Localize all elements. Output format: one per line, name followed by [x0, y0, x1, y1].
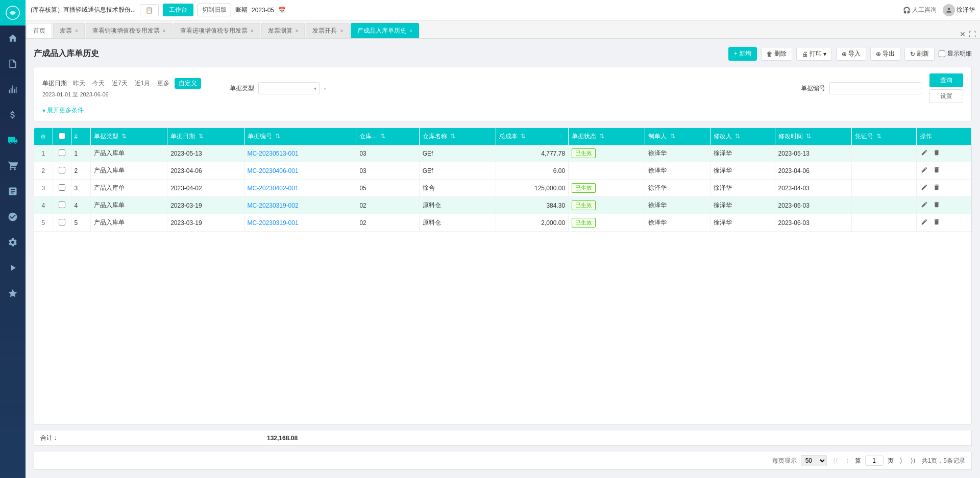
sidebar-item-warehouse[interactable]: [0, 128, 26, 153]
sidebar-item-tax[interactable]: [0, 102, 26, 128]
sidebar-item-settings2[interactable]: [0, 204, 26, 230]
row-voucher: [851, 180, 916, 197]
tab-home[interactable]: 首页: [27, 23, 52, 38]
app-logo[interactable]: [0, 0, 26, 26]
row-select-checkbox[interactable]: [59, 184, 65, 191]
prev-page-btn[interactable]: ⟨: [844, 456, 851, 465]
number-input[interactable]: [829, 82, 921, 94]
import-button[interactable]: ⊕ 导入: [836, 47, 866, 61]
calendar-icon[interactable]: 📅: [278, 7, 286, 14]
per-page-select[interactable]: 50 100 200: [801, 455, 827, 466]
tab-close-invoice-calc[interactable]: ×: [296, 28, 299, 34]
last-page-btn[interactable]: ⟩⟩: [909, 456, 918, 465]
tab-invoice[interactable]: 发票 ×: [53, 23, 85, 38]
help-button[interactable]: 🎧 人工咨询: [903, 6, 937, 14]
col-warehouse-code[interactable]: 仓库... ⇅: [356, 128, 419, 145]
col-modifier[interactable]: 修改人 ⇅: [710, 128, 775, 145]
table-row: 5 5 产品入库单 2023-03-19 MC-20230319-001 02 …: [34, 214, 971, 232]
col-status[interactable]: 单据状态 ⇅: [569, 128, 645, 145]
row-delete-btn[interactable]: [932, 183, 941, 193]
row-edit-btn[interactable]: [920, 217, 929, 228]
sidebar-item-home[interactable]: [0, 26, 26, 51]
tab-close-invoice-open[interactable]: ×: [340, 28, 343, 34]
row-select-checkbox[interactable]: [59, 167, 65, 173]
reset-button[interactable]: 设置: [929, 89, 963, 103]
export-button[interactable]: ⊕ 导出: [870, 47, 900, 61]
col-settings[interactable]: ⚙: [34, 128, 53, 145]
date-btn-today[interactable]: 今天: [90, 78, 107, 89]
sidebar-item-reports[interactable]: [0, 179, 26, 204]
doc-button[interactable]: 📋: [140, 4, 159, 16]
date-btn-more[interactable]: 更多: [155, 78, 172, 89]
row-delete-btn[interactable]: [932, 200, 941, 211]
tab-sales-invoice[interactable]: 查看销项增值税专用发票 ×: [86, 23, 173, 38]
delete-button[interactable]: 🗑 删除: [761, 47, 792, 61]
row-number-link[interactable]: MC-20230402-001: [248, 185, 299, 192]
next-page-btn[interactable]: ⟩: [898, 456, 904, 465]
row-number-link[interactable]: MC-20230406-001: [248, 167, 299, 174]
expand-btn[interactable]: ▾ 展开更多条件: [42, 106, 84, 115]
row-type: 产品入库单: [90, 214, 167, 232]
refresh-button[interactable]: ↻ 刷新: [904, 47, 935, 61]
col-modify-time[interactable]: 修改时间 ⇅: [775, 128, 851, 145]
row-select-checkbox[interactable]: [59, 202, 65, 208]
tab-close-sales-invoice[interactable]: ×: [163, 28, 166, 34]
new-button[interactable]: + 新增: [728, 47, 757, 61]
workbench-button[interactable]: 工作台: [163, 4, 193, 16]
query-button[interactable]: 查询: [929, 73, 963, 87]
row-edit-btn[interactable]: [920, 200, 929, 211]
switch-button[interactable]: 切到旧版: [198, 4, 231, 16]
sidebar-item-media[interactable]: [0, 255, 26, 281]
row-select-checkbox[interactable]: [59, 219, 65, 225]
row-edit-btn[interactable]: [920, 165, 929, 176]
page-input[interactable]: [865, 456, 884, 466]
select-all-checkbox[interactable]: [59, 133, 65, 139]
sidebar-item-settings[interactable]: [0, 230, 26, 255]
row-delete-btn[interactable]: [932, 217, 941, 228]
tab-close-purchase-invoice[interactable]: ×: [251, 28, 254, 34]
first-page-btn[interactable]: ⟨⟨: [831, 456, 840, 465]
tab-close-invoice[interactable]: ×: [75, 28, 78, 34]
row-select-checkbox[interactable]: [59, 149, 65, 156]
col-num: #: [71, 128, 90, 145]
sort-number-icon: ⇅: [275, 133, 280, 140]
row-number-link[interactable]: MC-20230319-001: [248, 219, 299, 227]
tab-invoice-open[interactable]: 发票开具 ×: [306, 23, 350, 38]
col-total-cost[interactable]: 总成本 ⇅: [496, 128, 569, 145]
sidebar-item-analytics[interactable]: [0, 77, 26, 102]
company-name[interactable]: (库存核算）直播轻绒通信息技术股份...: [31, 6, 136, 14]
col-type[interactable]: 单据类型 ⇅: [90, 128, 167, 145]
tab-expand-button[interactable]: ⛶: [969, 30, 976, 38]
sidebar-item-purchase[interactable]: [0, 153, 26, 179]
row-index: 4: [71, 197, 90, 214]
col-warehouse-name[interactable]: 仓库名称 ⇅: [419, 128, 496, 145]
row-number-link[interactable]: MC-20230319-002: [248, 202, 299, 209]
row-delete-btn[interactable]: [932, 148, 941, 159]
print-button[interactable]: 🖨 打印 ▾: [796, 47, 832, 61]
col-creator[interactable]: 制单人 ⇅: [645, 128, 710, 145]
tab-warehouse-history[interactable]: 产成品入库单历史 ×: [351, 23, 419, 38]
row-edit-btn[interactable]: [920, 148, 929, 159]
row-number-link[interactable]: MC-20230513-001: [248, 150, 299, 157]
col-date[interactable]: 单据日期 ⇅: [167, 128, 244, 145]
user-menu[interactable]: 徐泽华: [943, 4, 975, 16]
date-btn-custom[interactable]: 自定义: [175, 78, 201, 89]
show-detail-checkbox[interactable]: [939, 51, 945, 57]
date-btn-yesterday[interactable]: 昨天: [71, 78, 87, 89]
tab-invoice-calc[interactable]: 发票测算 ×: [261, 23, 305, 38]
row-edit-btn[interactable]: [920, 183, 929, 193]
row-delete-btn[interactable]: [932, 165, 941, 176]
type-select[interactable]: 产品入库单: [258, 82, 320, 94]
col-number[interactable]: 单据编号 ⇅: [244, 128, 356, 145]
date-btn-1month[interactable]: 近1月: [133, 78, 153, 89]
tab-purchase-invoice[interactable]: 查看进项增值税专用发票 ×: [174, 23, 260, 38]
date-btn-7days[interactable]: 近7天: [110, 78, 130, 89]
tab-close-warehouse-history[interactable]: ×: [409, 28, 412, 34]
col-voucher[interactable]: 凭证号 ⇅: [851, 128, 916, 145]
table-row: 2 2 产品入库单 2023-04-06 MC-20230406-001 03 …: [34, 162, 971, 180]
tab-close-all-button[interactable]: ✕: [960, 30, 966, 38]
sidebar-item-invoice[interactable]: [0, 51, 26, 77]
row-num: 5: [34, 214, 53, 232]
sidebar-item-star[interactable]: [0, 281, 26, 306]
row-status: 已生效: [569, 180, 645, 197]
